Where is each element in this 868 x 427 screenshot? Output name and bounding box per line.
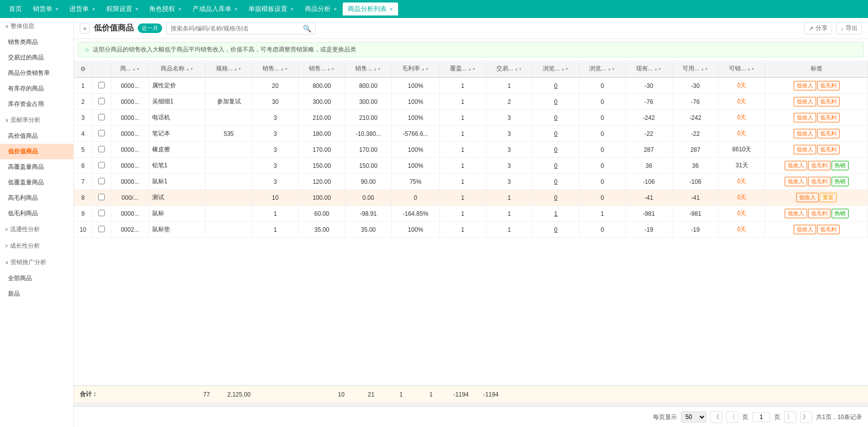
- nav-item-商品分析[interactable]: 商品分析×: [300, 2, 342, 15]
- row-sales3: 300.00: [345, 94, 392, 110]
- row-tags: 低收入重置: [765, 190, 868, 206]
- close-icon[interactable]: ×: [390, 6, 393, 12]
- sidebar-item-库存资金占用[interactable]: 库存资金占用: [0, 96, 73, 112]
- view1-link[interactable]: 0: [554, 130, 558, 137]
- view1-link[interactable]: 0: [554, 146, 558, 153]
- scrollbar-area[interactable]: [74, 403, 868, 407]
- time-badge[interactable]: 近一月: [138, 23, 162, 33]
- sidebar-group-贡献率分析[interactable]: ∨贡献率分析: [0, 112, 73, 128]
- view1-link[interactable]: 0: [554, 226, 558, 233]
- col-header-sales3[interactable]: 销售...▲▼: [345, 60, 392, 77]
- nav-item-角色授权[interactable]: 角色授权×: [144, 2, 186, 15]
- header-actions: ↗分享↓导出: [804, 22, 862, 34]
- close-icon[interactable]: ×: [290, 6, 293, 12]
- close-icon[interactable]: ×: [178, 6, 181, 12]
- col-header-margin[interactable]: 毛利率▲▼: [392, 60, 439, 77]
- nav-item-单据模板设置[interactable]: 单据模板设置×: [243, 2, 298, 15]
- row-margin: -164.85%: [392, 206, 439, 222]
- view1-link[interactable]: 1: [554, 210, 558, 217]
- nav-item-商品分析列表[interactable]: 商品分析列表×: [343, 2, 398, 15]
- first-page-button[interactable]: 《: [710, 411, 722, 423]
- sidebar-item-交易过的商品[interactable]: 交易过的商品: [0, 50, 73, 65]
- days-badge: 0天: [737, 226, 747, 233]
- prev-page-button[interactable]: 〈: [726, 411, 738, 423]
- close-icon[interactable]: ×: [55, 6, 58, 12]
- close-icon[interactable]: ×: [334, 6, 337, 12]
- sidebar-group-成长性分析[interactable]: >成长性分析: [0, 238, 73, 254]
- row-view1[interactable]: 0: [533, 190, 579, 206]
- page-input[interactable]: [752, 412, 770, 422]
- col-header-coverage[interactable]: 覆盖...▲▼: [439, 60, 486, 77]
- nav-item-首页[interactable]: 首页: [4, 2, 27, 15]
- nav-item-进货单[interactable]: 进货单×: [64, 2, 100, 15]
- row-view2: 0: [579, 174, 626, 190]
- nav-item-产成品入库单[interactable]: 产成品入库单×: [188, 2, 242, 15]
- search-input[interactable]: [171, 25, 301, 32]
- col-header-available[interactable]: 可用...▲▼: [672, 60, 718, 77]
- view1-link[interactable]: 0: [554, 114, 558, 121]
- sidebar-item-全部商品[interactable]: 全部商品: [0, 271, 73, 286]
- row-checkbox[interactable]: [98, 210, 105, 216]
- sidebar-item-高覆盖量商品[interactable]: 高覆盖量商品: [0, 159, 73, 175]
- col-header-spec[interactable]: 规格...▲▼: [206, 60, 252, 77]
- row-view1[interactable]: 0: [533, 158, 579, 174]
- row-view1[interactable]: 0: [533, 174, 579, 190]
- sidebar-item-有库存的商品[interactable]: 有库存的商品: [0, 81, 73, 96]
- col-header-sales1[interactable]: 销售...▲▼: [252, 60, 298, 77]
- close-icon[interactable]: ×: [92, 6, 95, 12]
- row-checkbox[interactable]: [98, 146, 105, 152]
- next-page-button[interactable]: 〉: [784, 411, 796, 423]
- nav-item-权限设置[interactable]: 权限设置×: [101, 2, 143, 15]
- sidebar-item-低价值商品[interactable]: 低价值商品: [0, 144, 73, 159]
- row-view1[interactable]: 0: [533, 126, 579, 142]
- sidebar-item-商品分类销售率[interactable]: 商品分类销售率: [0, 65, 73, 81]
- col-header-sales2[interactable]: 销售...▲▼: [298, 60, 345, 77]
- row-view1[interactable]: 0: [533, 77, 579, 94]
- sidebar-item-高价值商品[interactable]: 高价值商品: [0, 128, 73, 144]
- close-icon[interactable]: ×: [135, 6, 138, 12]
- 分享-button[interactable]: ↗分享: [804, 22, 832, 34]
- row-view1[interactable]: 0: [533, 94, 579, 110]
- col-header-saleable[interactable]: 可销...▲▼: [719, 60, 765, 77]
- view1-link[interactable]: 0: [554, 98, 558, 105]
- col-header-current[interactable]: 现有...▲▼: [626, 60, 672, 77]
- page-size-select[interactable]: 50 20 100: [681, 412, 706, 423]
- row-checkbox[interactable]: [98, 194, 105, 200]
- nav-item-销货单[interactable]: 销货单×: [28, 2, 63, 15]
- row-checkbox[interactable]: [98, 98, 105, 104]
- col-header-code[interactable]: 商...▲▼: [111, 60, 149, 77]
- collapse-button[interactable]: «: [80, 23, 90, 33]
- view1-link[interactable]: 0: [554, 178, 558, 185]
- row-view1[interactable]: 0: [533, 142, 579, 158]
- row-view1[interactable]: 1: [533, 206, 579, 222]
- row-checkbox[interactable]: [98, 130, 105, 136]
- sidebar-item-高毛利商品[interactable]: 高毛利商品: [0, 190, 73, 206]
- table-container[interactable]: ⚙商...▲▼商品名称▲▼规格...▲▼销售...▲▼销售...▲▼销售...▲…: [74, 60, 868, 385]
- sidebar-group-营销推广分析[interactable]: ∨营销推广分析: [0, 254, 73, 271]
- sidebar-item-低毛利商品[interactable]: 低毛利商品: [0, 206, 73, 221]
- sidebar-group-整体信息[interactable]: ∨整体信息: [0, 18, 73, 34]
- sidebar-item-销售类商品[interactable]: 销售类商品: [0, 34, 73, 50]
- last-page-button[interactable]: 》: [800, 411, 812, 423]
- col-header-name[interactable]: 商品名称▲▼: [149, 60, 206, 77]
- row-view1[interactable]: 0: [533, 110, 579, 126]
- notice-bar: ☆ 这部分商品的销售收入大幅低于商品平均销售收入，价值不高，可考虑调整营销策略，…: [78, 42, 864, 57]
- row-checkbox[interactable]: [98, 82, 105, 88]
- view1-link[interactable]: 0: [554, 82, 558, 89]
- row-checkbox[interactable]: [98, 178, 105, 184]
- sidebar-item-低覆盖量商品[interactable]: 低覆盖量商品: [0, 175, 73, 190]
- sidebar-group-流通性分析[interactable]: >流通性分析: [0, 221, 73, 238]
- row-margin: 100%: [392, 77, 439, 94]
- view1-link[interactable]: 0: [554, 162, 558, 169]
- view1-link[interactable]: 0: [554, 194, 558, 201]
- close-icon[interactable]: ×: [234, 6, 237, 12]
- row-checkbox[interactable]: [98, 162, 105, 168]
- col-header-view1[interactable]: 浏览...▲▼: [533, 60, 579, 77]
- col-header-trade[interactable]: 交易...▲▼: [486, 60, 532, 77]
- row-checkbox[interactable]: [98, 114, 105, 120]
- row-view1[interactable]: 0: [533, 222, 579, 238]
- row-checkbox[interactable]: [98, 226, 105, 232]
- sidebar-item-新品[interactable]: 新品: [0, 286, 73, 302]
- 导出-button[interactable]: ↓导出: [836, 22, 862, 34]
- col-header-view2[interactable]: 浏览...▲▼: [579, 60, 626, 77]
